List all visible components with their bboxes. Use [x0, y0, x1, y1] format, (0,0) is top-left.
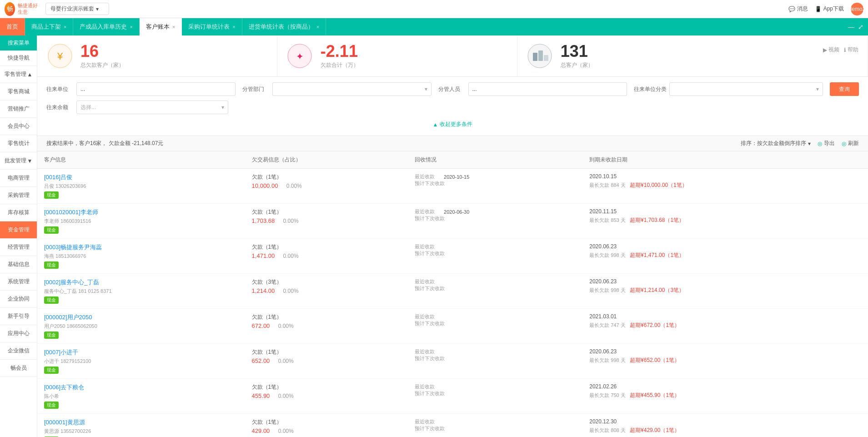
recv-row-1: 最近收款 2020-06-30: [415, 208, 576, 215]
recv-note: 预计下次收款: [415, 320, 445, 327]
overdue-date: 2020.06.23: [589, 348, 861, 355]
division-select[interactable]: ▾: [272, 82, 431, 96]
close-icon[interactable]: ×: [64, 24, 66, 30]
tab-production[interactable]: 产成品入库单历史 ×: [73, 18, 139, 35]
overdue-detail: 最长欠款 998 天 超期¥1,471.00（1笔）: [589, 251, 861, 259]
sort-selector[interactable]: 排序：按欠款金额倒序排序 ▾: [741, 140, 811, 147]
debt-amount[interactable]: 1,471.00: [252, 252, 275, 259]
sidebar-item-batch-mgmt[interactable]: 批发管理 ▼: [0, 152, 37, 170]
sidebar-item-enterprise-wx[interactable]: 企业微信: [0, 342, 37, 360]
sidebar-item-free-member[interactable]: 畅会员: [0, 360, 37, 377]
sidebar-item-operation[interactable]: 经营管理: [0, 239, 37, 256]
customer-name-link[interactable]: [0002]服务中心_丁磊: [44, 278, 238, 286]
sidebar-item-capital[interactable]: 资金管理: [0, 221, 37, 239]
collapse-btn[interactable]: ▲ 收起更多条件: [46, 119, 859, 130]
overdue-amount-link[interactable]: 超期¥1,471.00（1笔）: [630, 252, 684, 258]
source-unit-input[interactable]: ...: [76, 82, 236, 96]
customer-sub: 服务中心_丁磊 181 0125 8371: [44, 288, 238, 295]
debt-amount[interactable]: 455.90: [252, 392, 270, 399]
sidebar-item-retail-mgmt[interactable]: 零售管理 ▲: [0, 66, 37, 83]
debt-info-cell: 欠款（1笔） 652.00 0.00%: [245, 344, 408, 379]
sidebar-item-retail-stat[interactable]: 零售统计: [0, 135, 37, 152]
tab-customer[interactable]: 客户账本 ×: [140, 18, 182, 35]
close-icon[interactable]: ×: [172, 24, 175, 30]
app-download-btn[interactable]: 📱 App下载: [815, 5, 844, 13]
manager-input[interactable]: ...: [468, 82, 627, 96]
sidebar-item-inventory[interactable]: 库存核算: [0, 204, 37, 221]
debt-info-cell: 欠款（1笔） 455.90 0.00%: [245, 379, 408, 414]
message-btn[interactable]: 💬 消息: [788, 5, 808, 13]
sidebar-item-purchase-mgmt[interactable]: 采购管理: [0, 187, 37, 204]
receivable-cell: 最近收款 预计下次收款: [408, 274, 582, 309]
debt-amount[interactable]: 10,000.00: [252, 182, 278, 189]
sidebar-item-marketing[interactable]: 营销推广: [0, 100, 37, 118]
summary-card-overdue-amount: ✦ -2.11 欠款合计（万）: [277, 35, 517, 76]
recv-label: 最近收款: [415, 383, 435, 390]
overdue-amount-link[interactable]: 超期¥10,000.00（1笔）: [630, 182, 687, 188]
maximize-icon[interactable]: ⤢: [858, 23, 863, 30]
user-area[interactable]: demo2: [851, 3, 863, 15]
sidebar-item-app-center[interactable]: 应用中心: [0, 325, 37, 342]
close-icon[interactable]: ×: [130, 24, 132, 30]
tab-home[interactable]: 首页: [0, 18, 25, 35]
recv-row-2: 预计下次收款: [415, 285, 576, 292]
customer-name-link[interactable]: [0006]去下粮仓: [44, 383, 238, 392]
debt-amount[interactable]: 1,214.00: [252, 287, 275, 294]
table-row: [0003]畅捷服务尹海蕊 海燕 18513066976 现金 欠款（1笔） 1…: [37, 239, 868, 274]
customer-badge: 现金: [44, 402, 59, 409]
sidebar-item-system[interactable]: 系统管理: [0, 273, 37, 291]
recv-note: 预计下次收款: [415, 250, 445, 257]
overdue-amount-link[interactable]: 超期¥1,214.00（3笔）: [630, 287, 684, 293]
refresh-btn[interactable]: ◎ 刷新: [842, 140, 859, 147]
overdue-detail: 最长欠款 884 天 超期¥10,000.00（1笔）: [589, 181, 861, 189]
minimize-icon[interactable]: —: [848, 23, 854, 30]
overdue-amount-link[interactable]: 超期¥455.90（1笔）: [630, 392, 680, 398]
overdue-amount-link[interactable]: 超期¥672.00（1笔）: [630, 322, 680, 328]
overdue-amount-link[interactable]: 超期¥652.00（1笔）: [630, 357, 680, 363]
tab-purchase[interactable]: 采购订单统计表 ×: [182, 18, 242, 35]
debt-pct: 0.00%: [278, 393, 294, 399]
sidebar-item-member[interactable]: 会员中心: [0, 118, 37, 135]
customer-name-link[interactable]: [000001]黄思源: [44, 418, 238, 427]
overdue-customers-icon: ¥: [46, 42, 74, 70]
customer-name-link[interactable]: [0016]吕俊: [44, 173, 238, 181]
customer-name-link[interactable]: [0007]小进干: [44, 348, 238, 357]
overdue-date: 2020.11.15: [589, 208, 861, 215]
tab-goods[interactable]: 商品上下架 ×: [25, 18, 73, 35]
overdue-amount-link[interactable]: 超期¥1,703.68（1笔）: [630, 217, 684, 223]
sidebar-item-enterprise[interactable]: 企业协同: [0, 291, 37, 308]
debt-amount[interactable]: 672.00: [252, 322, 270, 329]
classification-select[interactable]: ▾: [669, 82, 823, 96]
recv-label: 最近收款: [415, 208, 435, 215]
customer-name-link[interactable]: [0001020001]李老师: [44, 208, 238, 216]
customer-badge: 现金: [44, 191, 59, 199]
filter-division: 分管部门 ▾: [242, 82, 431, 96]
customer-name-link[interactable]: [000002]用户2050: [44, 313, 238, 321]
industry-selector[interactable]: 母婴行业演示账套 ▾: [45, 3, 109, 15]
balance-select[interactable]: 选择... ▾: [76, 100, 228, 114]
sidebar-item-new-guide[interactable]: 新手引导: [0, 308, 37, 325]
sidebar-item-quick-nav[interactable]: 快捷导航: [0, 50, 37, 66]
overdue-amount-link[interactable]: 超期¥429.00（1笔）: [630, 427, 680, 433]
recv-note: 预计下次收款: [415, 215, 445, 222]
debt-amount[interactable]: 429.00: [252, 427, 270, 434]
query-button[interactable]: 查询: [830, 82, 859, 96]
customer-badge: 现金: [44, 261, 59, 269]
export-btn[interactable]: ◎ 导出: [818, 140, 835, 147]
sidebar: 搜索菜单 快捷导航 零售管理 ▲ 零售商城 营销推广 会员中心 零售统计 批发管…: [0, 35, 37, 437]
sidebar-item-basic-info[interactable]: 基础信息: [0, 256, 37, 273]
sidebar-item-retail-mall[interactable]: 零售商城: [0, 83, 37, 100]
customer-name-link[interactable]: [0003]畅捷服务尹海蕊: [44, 243, 238, 251]
summary-card-total-customers: 131 总客户（家） ▶ 视频 ℹ 帮助: [517, 35, 868, 76]
sidebar-item-ecommerce[interactable]: 电商管理: [0, 170, 37, 187]
tab-incoming[interactable]: 进货单统计表（按商品） ×: [242, 18, 326, 35]
close-icon[interactable]: ×: [316, 24, 319, 30]
customer-info-cell: [0006]去下粮仓 陈小希 现金: [37, 379, 245, 414]
debt-count: 欠款（1笔）: [252, 418, 401, 426]
close-icon[interactable]: ×: [232, 24, 235, 30]
help-link[interactable]: ℹ 帮助: [844, 46, 858, 54]
debt-amount[interactable]: 1,703.68: [252, 217, 275, 224]
video-link[interactable]: ▶ 视频: [823, 46, 839, 54]
sidebar-search[interactable]: 搜索菜单: [0, 35, 37, 50]
debt-amount[interactable]: 652.00: [252, 357, 270, 364]
